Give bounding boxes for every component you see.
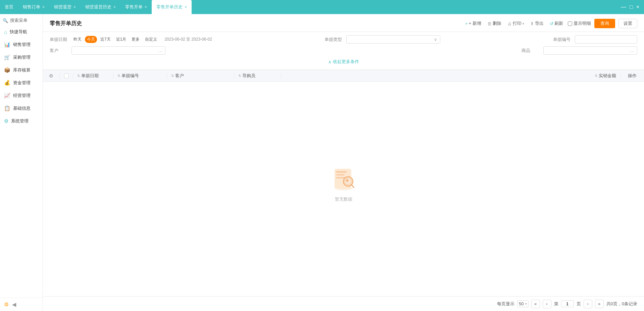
settings-gear-icon[interactable]: ⚙ [4,301,9,308]
per-page-select[interactable]: 50 ▾ [517,300,528,307]
window-max-button[interactable]: □ [630,4,633,10]
prev-page-button[interactable]: ‹ [543,300,551,308]
sidebar-item-management[interactable]: 📈 经营管理 [0,89,43,102]
goods-filter-input[interactable]: … [543,46,637,55]
setting-button[interactable]: 设置 [618,19,637,28]
sidebar-item-purchase[interactable]: 🛒 采购管理 [0,51,43,64]
date-opt-yesterday[interactable]: 昨天 [71,36,84,43]
sidebar-item-finance[interactable]: 💰 资金管理 [0,76,43,89]
type-select-arrow: ∨ [434,37,437,42]
tab-sales-return-close[interactable]: × [73,5,76,9]
toolbar: + + 新增 🗑 删除 🖨 打印 ▾ ⬆ 导出 [464,19,637,28]
svg-rect-2 [336,171,347,173]
customer-more-icon: … [158,48,162,53]
sidebar-item-shortcut-label: 快捷导航 [10,29,27,35]
tab-retail-order[interactable]: 零售开单 × [120,0,152,14]
add-button[interactable]: + + 新增 [464,20,483,27]
window-close-button[interactable]: × [636,4,639,10]
sidebar-item-inventory[interactable]: 📦 库存核算 [0,64,43,76]
filter-row-1: 单据日期 昨天 今天 近7天 近1月 更多 自定义 2023-06-02 至 2… [50,35,637,44]
collapse-label: 收起更多条件 [333,59,359,65]
col-customer-label: 客户 [175,73,184,79]
sidebar: 🔍 搜索采单 ⌂ 快捷导航 📊 销售管理 🛒 采购管理 📦 库存核算 💰 资金管… [0,14,43,311]
tab-bar: 首页 销售订单 × 销货退货 × 销货退货历史 × 零售开单 × 零售开单历史 … [0,0,616,14]
delete-button[interactable]: 🗑 删除 [486,20,503,27]
show-detail-checkbox-label[interactable]: 显示明细 [568,20,591,27]
select-all-checkbox[interactable] [64,73,69,78]
svg-line-7 [351,185,354,187]
tab-retail-history-label: 零售开单历史 [156,4,183,10]
svg-point-6 [345,178,351,184]
finance-icon: 💰 [4,80,10,86]
type-filter-select[interactable]: ∨ [346,35,440,44]
query-button[interactable]: 查询 [594,19,615,28]
first-page-button[interactable]: « [531,300,540,308]
tab-sales-order-close[interactable]: × [42,5,45,9]
last-page-icon: » [598,301,600,306]
col-date-header[interactable]: ⇅ 单据日期 [73,73,113,79]
sales-icon: 📊 [4,42,10,48]
tab-retail-history[interactable]: 零售开单历史 × [152,0,192,14]
management-icon: 📈 [4,93,10,99]
col-amount-label: 实销金额 [599,73,616,79]
no-filter-input[interactable] [575,35,637,44]
print-dropdown-icon: ▾ [523,22,524,25]
sidebar-item-system-label: 系统管理 [11,118,29,124]
page-number-input[interactable] [561,300,574,307]
sidebar-item-system[interactable]: ⚙ 系统管理 [0,115,43,127]
table-header: ⚙ ⇅ 单据日期 ⇅ 单据编号 ⇅ 客户 ⇅ [43,70,644,82]
col-amount-header[interactable]: ⇅ 实销金额 [587,73,621,79]
col-guide-header[interactable]: ⇅ 导购员 [234,73,281,79]
col-guide-label: 导购员 [242,73,255,79]
col-check-header[interactable] [60,73,73,78]
home-icon: ⌂ [4,29,7,35]
tab-sales-return[interactable]: 销货退货 × [49,0,81,14]
date-opt-1month[interactable]: 近1月 [114,36,129,43]
empty-state: 暂无数据 [43,82,644,296]
date-opt-today[interactable]: 今天 [85,36,97,43]
date-sort-icon: ⇅ [77,74,80,77]
col-customer-header[interactable]: ⇅ 客户 [167,73,234,79]
sidebar-search[interactable]: 🔍 搜索采单 [0,14,43,25]
customer-sort-icon: ⇅ [171,74,174,77]
date-opt-7days[interactable]: 近7天 [98,36,113,43]
date-filter-label: 单据日期 [50,37,68,43]
page-label: 页 [577,301,581,307]
table-area: ⚙ ⇅ 单据日期 ⇅ 单据编号 ⇅ 客户 ⇅ [43,70,644,296]
refresh-button[interactable]: ↺ 刷新 [548,20,564,27]
print-label: 打印 [513,20,522,27]
window-min-button[interactable]: — [621,4,626,10]
customer-filter-input[interactable]: … [71,46,165,55]
tab-home[interactable]: 首页 [0,0,18,14]
sidebar-search-label: 搜索采单 [10,17,28,23]
tab-sales-return-history[interactable]: 销货退货历史 × [81,0,120,14]
export-button[interactable]: ⬆ 导出 [529,20,545,27]
col-settings-header[interactable]: ⚙ [43,73,60,79]
tab-retail-order-close[interactable]: × [145,5,147,9]
sidebar-item-finance-label: 资金管理 [13,80,31,86]
page-title: 零售开单历史 [50,20,82,27]
collapse-row[interactable]: ∧ 收起更多条件 [50,57,637,66]
tab-sales-order[interactable]: 销售订单 × [18,0,49,14]
export-label: 导出 [535,20,544,27]
print-button[interactable]: 🖨 打印 ▾ [506,20,526,27]
goods-filter-label: 商品 [522,48,540,54]
no-filter-label: 单据编号 [553,37,572,43]
last-page-button[interactable]: » [595,300,604,308]
sidebar-item-sales[interactable]: 📊 销售管理 [0,38,43,51]
date-opt-more[interactable]: 更多 [130,36,142,43]
window-controls: — □ × [616,4,644,10]
date-opt-custom[interactable]: 自定义 [143,36,159,43]
sidebar-collapse-icon[interactable]: ◀ [12,301,16,308]
tab-retail-history-close[interactable]: × [185,5,187,9]
sidebar-item-basic[interactable]: 📋 基础信息 [0,102,43,115]
setting-label: 设置 [624,21,632,26]
show-detail-checkbox[interactable] [568,21,572,26]
table-settings-gear-icon[interactable]: ⚙ [49,73,53,79]
col-action-label: 操作 [628,73,637,79]
total-text: 共0页，0条记录 [606,301,637,307]
next-page-button[interactable]: › [584,300,592,308]
col-no-header[interactable]: ⇅ 单据编号 [113,73,167,79]
tab-sales-return-history-close[interactable]: × [113,5,116,9]
sidebar-item-shortcut[interactable]: ⌂ 快捷导航 [0,25,43,38]
